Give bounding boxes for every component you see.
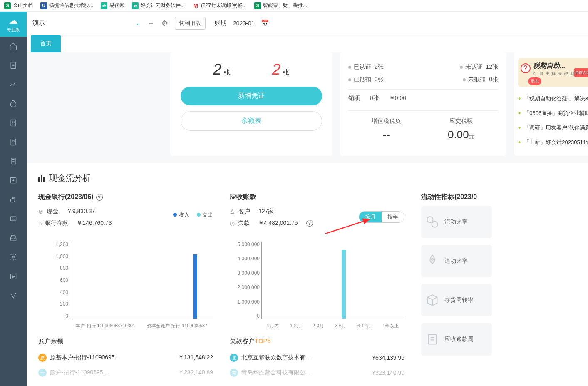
voucher-count-2: 2 (272, 61, 280, 78)
banner-badge: 报表 (528, 77, 541, 85)
avatar: 北 (230, 354, 238, 362)
svg-rect-4 (10, 217, 16, 221)
moneybag-icon (9, 100, 17, 108)
news-list: 「税期自助化答疑 」解决80% 「0606直播」商贸企业辅助核 「调研」用友客户… (518, 92, 588, 150)
metric-quick-ratio[interactable]: 速动比率 (421, 245, 492, 277)
sidebar: ☁ 专业版 (0, 12, 27, 386)
sidebar-hand[interactable] (0, 190, 27, 209)
sidebar-building[interactable] (0, 113, 27, 132)
help-icon[interactable]: ? (306, 220, 313, 227)
bookmark-item[interactable]: S金山文档 (4, 2, 33, 9)
bookmark-icon: U (40, 2, 47, 9)
logo[interactable]: ☁ 专业版 (0, 12, 27, 37)
document-icon (9, 61, 17, 70)
cash-plot (70, 242, 213, 319)
metric-ar-turnover[interactable]: 应收账款周 (421, 323, 492, 356)
avatar: 一 (38, 369, 47, 377)
banner-sub: 可 自 主 解 决 税 期 8 0 % (533, 71, 588, 77)
sidebar-receipt[interactable] (0, 152, 27, 171)
sidebar-download[interactable] (0, 171, 27, 190)
sidebar-video[interactable] (0, 266, 27, 286)
question-icon: ? (521, 63, 531, 73)
bookmark-icon: M (192, 2, 199, 9)
bookmark-icon: S (4, 2, 11, 9)
topbar: 演示 ⌄ ＋ ⚙ 切到旧版 账期 2023-01 📅 (27, 12, 588, 35)
sidebar-voucher[interactable] (0, 56, 27, 75)
cloud-icon: ☁ (9, 15, 18, 26)
sidebar-chart[interactable] (0, 75, 27, 94)
org-selector[interactable]: 演示 ⌄ (32, 19, 141, 27)
bookmark-icon: ⇄ (101, 2, 107, 9)
sidebar-v[interactable] (0, 286, 27, 305)
user-icon: ♙ (230, 208, 235, 215)
metric-inventory-turnover[interactable]: 存货周转率 (421, 284, 492, 316)
liquidity-column: 流动性指标(2023/0 流动比率 速动比率 存货周转率 应收账款周 (421, 193, 492, 380)
switch-version-button[interactable]: 切到旧版 (175, 17, 206, 30)
news-item[interactable]: 「0606直播」商贸企业辅助核 (518, 106, 588, 121)
gear-icon (9, 253, 17, 261)
balance-head: 账户余额 (38, 337, 213, 345)
balance-sheet-button[interactable]: 余额表 (181, 111, 322, 131)
avatar: 青 (230, 369, 238, 377)
sidebar-calc[interactable] (0, 132, 27, 152)
bars-icon (38, 175, 45, 182)
toggle-year[interactable]: 按年 (382, 212, 404, 222)
bookmark-item[interactable]: ⇄易代账 (101, 2, 124, 9)
svg-rect-2 (11, 139, 16, 145)
bookmark-item[interactable]: U畅捷通信息技术股... (40, 2, 93, 9)
sidebar-money[interactable] (0, 94, 27, 113)
cashflow-section: 现金流分析 现金银行(2023/06)? ⊛现金 ￥9,830.37 ⌂银行存款… (27, 163, 588, 386)
org-name: 演示 (32, 19, 45, 27)
add-icon[interactable]: ＋ (147, 18, 155, 28)
svg-point-10 (432, 259, 433, 260)
tab-home[interactable]: 首页 (31, 35, 61, 52)
download-icon (9, 176, 17, 184)
box-icon (425, 293, 439, 307)
customer-row[interactable]: 青青岛华胜蓝合科技有限公...¥323,140.99 (230, 365, 404, 380)
video-icon (9, 272, 17, 280)
news-item[interactable]: 「税期自助化答疑 」解决80% (518, 92, 588, 106)
chevron-down-icon: ⌄ (136, 20, 141, 27)
news-banner[interactable]: ? 税期自助... 可 自 主 解 决 税 期 8 0 % 报表 咨询人工可 (518, 58, 588, 87)
sidebar-inbox[interactable] (0, 228, 27, 247)
bar-income (193, 254, 197, 319)
cash-column: 现金银行(2023/06)? ⊛现金 ￥9,830.37 ⌂银行存款 ￥146,… (38, 193, 213, 380)
sidebar-settings[interactable] (0, 247, 27, 266)
sidebar-ticket[interactable] (0, 209, 27, 228)
section-title: 现金流分析 (38, 172, 576, 184)
customer-row[interactable]: 北北京互帮联众数字技术有...¥634,139.99 (230, 350, 404, 365)
new-voucher-button[interactable]: 新增凭证 (181, 87, 322, 105)
bookmark-item[interactable]: ⇄好会计云财务软件... (132, 2, 185, 9)
content-scroll[interactable]: 2张 2张 新增凭证 余额表 已认证 2张未认证 12张 已抵扣 0张未抵扣 0… (27, 52, 588, 386)
calendar-icon[interactable]: 📅 (261, 19, 269, 27)
invoice-icon (425, 332, 439, 346)
period-value: 2023-01 (233, 20, 254, 27)
tab-row: 首页 (27, 35, 588, 52)
main: 演示 ⌄ ＋ ⚙ 切到旧版 账期 2023-01 📅 首页 2张 2张 新增凭证 (27, 12, 588, 386)
bookmark-item[interactable]: M(227封未读邮件)畅... (192, 2, 247, 9)
toggle-month[interactable]: 按月 (359, 212, 382, 222)
receivables-column: 应收账款 ♙客户 127家 ◷欠款 ￥4,482,001.75 ? 按月 按年 … (230, 193, 404, 380)
inbox-icon (9, 234, 17, 242)
clock-icon: ◷ (230, 220, 235, 227)
recv-plot (261, 242, 404, 319)
yen-icon: ⊛ (38, 208, 43, 215)
help-icon[interactable]: ? (96, 194, 103, 201)
news-item[interactable]: 「上新」好会计20230511迭代 (518, 135, 588, 150)
account-row[interactable]: 一般户-招行-11090695...￥232,140.89 (38, 365, 213, 380)
rocket-icon (425, 254, 439, 268)
bank-icon: ⌂ (38, 220, 42, 227)
home-icon (9, 42, 17, 50)
metric-current-ratio[interactable]: 流动比率 (421, 206, 492, 238)
sidebar-home[interactable] (0, 37, 27, 56)
tax-card: 已认证 2张未认证 12张 已抵扣 0张未抵扣 0张 销项0张￥0.00 增值税… (340, 52, 506, 156)
news-item[interactable]: 「调研」用友客户/伙伴满意度 (518, 121, 588, 135)
period-toggle: 按月 按年 (359, 211, 404, 223)
dashboard-cards: 2张 2张 新增凭证 余额表 已认证 2张未认证 12张 已抵扣 0张未抵扣 0… (27, 52, 588, 163)
recv-chart: 5,000,0004,000,0003,000,0002,000,0001,00… (230, 242, 404, 329)
gear-icon[interactable]: ⚙ (161, 19, 168, 28)
account-row[interactable]: 原原基本户-招行-11090695...￥131,548.22 (38, 350, 213, 365)
voucher-card: 2张 2张 新增凭证 余额表 (170, 52, 332, 156)
ticket-icon (9, 214, 17, 223)
bookmark-item[interactable]: S智能票、财、税推... (254, 2, 307, 9)
